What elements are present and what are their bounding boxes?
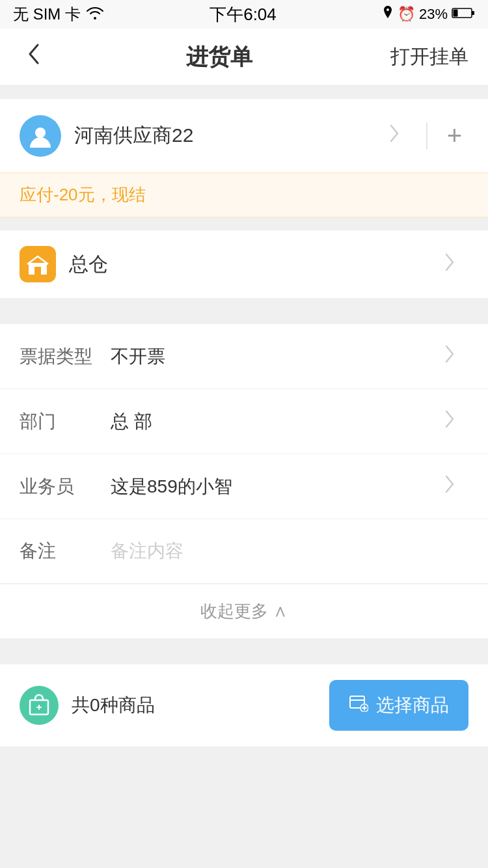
back-button[interactable] <box>20 34 48 79</box>
product-icon <box>20 686 59 725</box>
section-divider-3 <box>0 298 488 311</box>
salesperson-label: 业务员 <box>20 474 98 499</box>
nav-bar: 进货单 打开挂单 <box>0 29 488 86</box>
invoice-type-chevron-icon <box>442 344 455 369</box>
department-row[interactable]: 部门 总 部 <box>0 389 488 454</box>
supplier-divider <box>426 123 427 149</box>
department-value: 总 部 <box>111 409 442 434</box>
invoice-type-row[interactable]: 票据类型 不开票 <box>0 324 488 389</box>
supplier-avatar <box>20 115 61 157</box>
supplier-card: 河南供应商22 + 应付-20元，现结 <box>0 99 488 217</box>
product-count: 共0种商品 <box>72 693 316 718</box>
collapse-label: 收起更多 ∧ <box>200 600 287 623</box>
add-supplier-button[interactable]: + <box>441 115 468 157</box>
battery-percent: 23% <box>419 6 448 23</box>
status-right: ⏰ 23% <box>382 5 475 23</box>
notice-banner: 应付-20元，现结 <box>0 172 488 217</box>
section-divider-2 <box>0 217 488 230</box>
status-time: 下午6:04 <box>210 3 277 26</box>
remark-label: 备注 <box>20 539 98 563</box>
select-product-icon <box>349 695 368 716</box>
supplier-row[interactable]: 河南供应商22 + <box>0 99 488 172</box>
salesperson-value: 这是859的小智 <box>111 474 442 499</box>
remark-input[interactable]: 备注内容 <box>111 539 468 563</box>
warehouse-icon <box>20 246 56 282</box>
warehouse-name: 总仓 <box>69 251 442 278</box>
supplier-name: 河南供应商22 <box>74 122 387 149</box>
background-fill <box>0 746 488 868</box>
battery-icon <box>452 6 475 23</box>
invoice-type-label: 票据类型 <box>20 344 98 369</box>
status-bar: 无 SIM 卡 下午6:04 ⏰ 23% <box>0 0 488 29</box>
select-product-button[interactable]: 选择商品 <box>329 680 468 731</box>
salesperson-row[interactable]: 业务员 这是859的小智 <box>0 454 488 519</box>
warehouse-row[interactable]: 总仓 <box>0 230 488 298</box>
department-label: 部门 <box>20 409 98 434</box>
collapse-button[interactable]: 收起更多 ∧ <box>0 584 488 638</box>
supplier-chevron-icon <box>387 123 400 148</box>
alarm-icon: ⏰ <box>398 6 415 23</box>
select-product-label: 选择商品 <box>376 693 449 718</box>
open-pending-button[interactable]: 打开挂单 <box>390 44 468 70</box>
status-left: 无 SIM 卡 <box>13 4 104 25</box>
location-icon <box>382 5 394 23</box>
section-divider-4 <box>0 638 488 651</box>
no-sim-text: 无 SIM 卡 <box>13 4 81 25</box>
page-title: 进货单 <box>186 42 252 72</box>
department-chevron-icon <box>442 409 455 434</box>
svg-point-3 <box>35 128 46 138</box>
warehouse-card: 总仓 <box>0 230 488 298</box>
svg-rect-5 <box>34 267 41 275</box>
bottom-section: 共0种商品 选择商品 <box>0 664 488 746</box>
svg-rect-1 <box>453 10 457 17</box>
salesperson-chevron-icon <box>442 474 455 499</box>
warehouse-chevron-icon <box>442 252 455 277</box>
svg-rect-2 <box>472 11 474 15</box>
wifi-icon <box>86 5 104 23</box>
form-section: 票据类型 不开票 部门 总 部 业务员 这是859的小智 备注 备注内容 <box>0 324 488 638</box>
remark-row[interactable]: 备注 备注内容 <box>0 519 488 584</box>
invoice-type-value: 不开票 <box>111 344 442 369</box>
section-divider-1 <box>0 86 488 99</box>
